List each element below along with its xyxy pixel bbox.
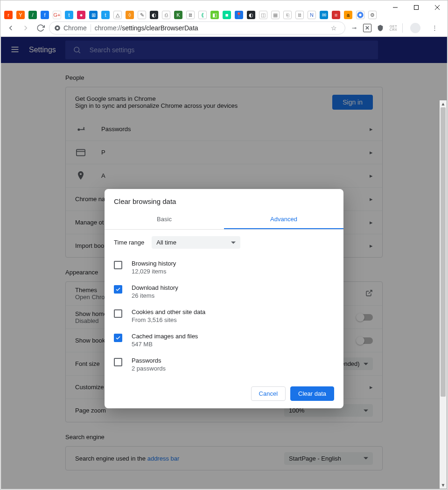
- site-info-icon[interactable]: Chrome: [54, 24, 87, 32]
- maximize-button[interactable]: [406, 0, 427, 14]
- checkbox-sublabel: 26 items: [132, 292, 178, 299]
- profile-avatar[interactable]: [410, 23, 420, 33]
- tab-basic[interactable]: Basic: [105, 210, 224, 229]
- page-content: Settings People Get Google smarts in Chr…: [1, 37, 447, 489]
- tab-favicon[interactable]: t: [65, 11, 73, 19]
- checkbox[interactable]: [114, 334, 122, 342]
- omnibox-url: chrome://settings/clearBrowserData: [95, 24, 198, 32]
- checkbox-label: Passwords: [132, 357, 166, 364]
- tab-advanced[interactable]: Advanced: [224, 210, 343, 229]
- checkbox-sublabel: 12,029 items: [132, 268, 176, 275]
- tab-favicon[interactable]: ⎙: [162, 11, 170, 19]
- minimize-button[interactable]: [385, 0, 406, 14]
- cancel-button[interactable]: Cancel: [251, 386, 286, 401]
- dialog-tabs: Basic Advanced: [105, 210, 343, 230]
- checkbox-label: Browsing history: [132, 260, 176, 267]
- close-window-button[interactable]: [427, 0, 448, 14]
- checkbox[interactable]: [114, 261, 122, 269]
- tab-favicon[interactable]: ▦: [271, 11, 280, 19]
- tab-favicon[interactable]: 📍: [235, 11, 243, 19]
- checkbox-sublabel: 547 MB: [132, 341, 198, 348]
- tab-favicon[interactable]: K: [174, 11, 182, 19]
- dialog-body: Time range All time Browsing history12,0…: [105, 230, 343, 379]
- omnibox-site-label: Chrome: [63, 24, 87, 32]
- checkbox-label: Cookies and other site data: [132, 308, 205, 315]
- tab-favicon[interactable]: ●: [77, 11, 85, 19]
- checkbox-label: Download history: [132, 284, 178, 291]
- tab-favicon[interactable]: ◊: [126, 11, 134, 19]
- reload-button[interactable]: [34, 21, 47, 35]
- tab-favicon[interactable]: [356, 11, 364, 19]
- titlebar: r Y / f G+ t ● ⊞ t △ ◊ ✎ ◐ ⎙ K 🗎 ⟪ ◧ ■ 📍…: [0, 0, 448, 19]
- forward-button[interactable]: [19, 21, 32, 35]
- time-range-row: Time range All time: [105, 230, 343, 255]
- tab-favicon[interactable]: G+: [53, 11, 61, 19]
- checkbox[interactable]: [114, 285, 122, 294]
- time-range-label: Time range: [114, 239, 144, 246]
- extension-icon[interactable]: [376, 24, 385, 32]
- extension-icon[interactable]: ⊸: [350, 24, 358, 32]
- active-tab[interactable]: ✕: [380, 4, 385, 19]
- clear-data-button[interactable]: Clear data: [290, 386, 334, 401]
- tab-favicon[interactable]: 🗎: [295, 11, 304, 19]
- back-button[interactable]: [4, 21, 17, 35]
- tab-favicon[interactable]: ◐: [150, 11, 158, 19]
- omnibox-separator: [91, 24, 91, 32]
- tab-favicon[interactable]: ✉: [320, 11, 328, 19]
- time-range-select[interactable]: All time: [152, 236, 240, 249]
- scroll-up-arrow[interactable]: ▲: [440, 100, 447, 107]
- tab-favicon[interactable]: /: [28, 11, 37, 19]
- clear-data-dialog: Clear browsing data Basic Advanced Time …: [105, 189, 343, 408]
- tab-favicon[interactable]: ◫: [259, 11, 267, 19]
- tab-favicon[interactable]: Y: [16, 11, 25, 19]
- tab-favicon[interactable]: ⎗: [283, 11, 292, 19]
- bookmark-star-icon[interactable]: ☆: [327, 21, 340, 35]
- extensions-area: ⊸ ✕ GET CRX ⋮: [347, 21, 444, 35]
- tab-favicon[interactable]: f: [41, 11, 49, 19]
- checkbox-sublabel: From 3,516 sites: [132, 316, 205, 323]
- checkbox-row[interactable]: Cookies and other site dataFrom 3,516 si…: [105, 304, 343, 328]
- svg-point-1: [359, 14, 361, 16]
- checkbox-row[interactable]: Passwords2 passwords: [105, 352, 343, 377]
- checkbox-row[interactable]: Autofill form data: [105, 377, 343, 379]
- tab-favicon[interactable]: ◧: [210, 11, 219, 19]
- svg-point-7: [56, 27, 59, 29]
- tab-favicon[interactable]: N: [308, 11, 316, 19]
- svg-rect-3: [414, 6, 418, 10]
- scrollbar[interactable]: ▲ ▼: [440, 100, 447, 489]
- tab-favicon[interactable]: ≡: [332, 11, 340, 19]
- tab-favicon[interactable]: ◐: [247, 11, 255, 19]
- checkbox-row[interactable]: Download history26 items: [105, 280, 343, 304]
- tab-favicon[interactable]: ⊞: [89, 11, 98, 19]
- address-bar: Chrome chrome://settings/clearBrowserDat…: [0, 19, 448, 37]
- extension-icon[interactable]: GET CRX: [389, 24, 398, 32]
- tab-favicon[interactable]: ✎: [138, 11, 146, 19]
- tab-favicon[interactable]: a: [344, 11, 352, 19]
- scroll-thumb[interactable]: [441, 107, 446, 397]
- tab-favicon[interactable]: 🗎: [186, 11, 195, 19]
- checkbox[interactable]: [114, 309, 122, 318]
- checkbox-row[interactable]: Browsing history12,029 items: [105, 255, 343, 280]
- omnibox[interactable]: Chrome chrome://settings/clearBrowserDat…: [49, 21, 345, 35]
- dialog-actions: Cancel Clear data: [105, 379, 343, 408]
- tabstrip: r Y / f G+ t ● ⊞ t △ ◊ ✎ ◐ ⎙ K 🗎 ⟪ ◧ ■ 📍…: [0, 0, 385, 19]
- tab-favicon[interactable]: △: [113, 11, 122, 19]
- dialog-title: Clear browsing data: [105, 189, 343, 210]
- tab-favicon[interactable]: t: [101, 11, 110, 19]
- scroll-down-arrow[interactable]: ▼: [440, 482, 447, 489]
- window-buttons: [385, 0, 448, 19]
- tab-favicon[interactable]: ⚙: [368, 11, 377, 19]
- tab-favicon[interactable]: ⟪: [198, 11, 207, 19]
- checkbox[interactable]: [114, 358, 122, 366]
- checkbox-sublabel: 2 passwords: [132, 365, 166, 372]
- chrome-menu-button[interactable]: ⋮: [428, 21, 441, 35]
- checkbox-label: Cached images and files: [132, 333, 198, 340]
- tab-favicon[interactable]: r: [4, 11, 13, 19]
- window-frame: r Y / f G+ t ● ⊞ t △ ◊ ✎ ◐ ⎙ K 🗎 ⟪ ◧ ■ 📍…: [0, 0, 448, 490]
- extension-icon[interactable]: ✕: [363, 24, 371, 32]
- checkbox-row[interactable]: Cached images and files547 MB: [105, 328, 343, 352]
- tab-favicon[interactable]: ■: [223, 11, 231, 19]
